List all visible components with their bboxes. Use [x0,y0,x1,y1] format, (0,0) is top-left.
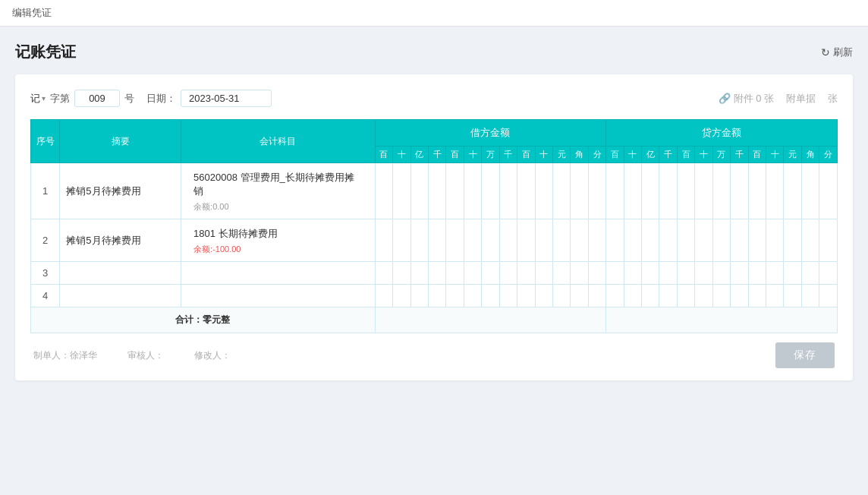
row-credit-1-9[interactable] [766,219,784,262]
row-credit-0-3[interactable] [659,163,677,219]
row-debit-1-2[interactable] [410,219,428,262]
row-credit-1-11[interactable] [801,219,819,262]
row-debit-0-10[interactable] [552,163,570,219]
row-debit-2-7[interactable] [499,262,517,285]
row-credit-1-10[interactable] [784,219,801,262]
row-credit-0-0[interactable] [606,163,624,219]
row-credit-0-9[interactable] [766,163,784,219]
row-debit-2-2[interactable] [410,262,428,285]
row-credit-1-5[interactable] [695,219,712,262]
row-debit-2-9[interactable] [535,262,552,285]
row-debit-1-8[interactable] [517,219,535,262]
row-debit-2-10[interactable] [552,262,570,285]
row-credit-1-3[interactable] [659,219,677,262]
row-debit-0-5[interactable] [464,163,481,219]
row-credit-3-12[interactable] [819,285,838,307]
row-debit-1-3[interactable] [429,219,446,262]
attachment-link[interactable]: 🔗 附件 0 张 [719,92,774,106]
row-debit-0-3[interactable] [429,163,446,219]
row-credit-2-4[interactable] [677,262,694,285]
row-credit-0-1[interactable] [624,163,641,219]
row-debit-1-9[interactable] [535,219,552,262]
row-credit-3-10[interactable] [784,285,801,307]
row-debit-3-12[interactable] [588,285,605,307]
row-credit-2-6[interactable] [712,262,730,285]
row-credit-3-6[interactable] [712,285,730,307]
row-debit-3-3[interactable] [429,285,446,307]
row-account-1[interactable]: 1801 长期待摊费用余额:-100.00 [181,219,376,262]
row-debit-3-1[interactable] [393,285,410,307]
row-debit-3-10[interactable] [552,285,570,307]
row-debit-3-4[interactable] [446,285,464,307]
row-debit-3-9[interactable] [535,285,552,307]
refresh-button[interactable]: ↻ 刷新 [821,46,853,59]
row-credit-2-12[interactable] [819,262,838,285]
row-credit-3-3[interactable] [659,285,677,307]
row-debit-0-8[interactable] [517,163,535,219]
row-debit-2-0[interactable] [375,262,392,285]
row-debit-1-4[interactable] [446,219,464,262]
row-debit-1-5[interactable] [464,219,481,262]
row-credit-0-10[interactable] [784,163,801,219]
row-credit-2-8[interactable] [748,262,766,285]
row-credit-2-10[interactable] [784,262,801,285]
row-credit-3-9[interactable] [766,285,784,307]
row-debit-2-5[interactable] [464,262,481,285]
row-credit-3-7[interactable] [731,285,748,307]
row-debit-3-7[interactable] [499,285,517,307]
row-summary-2[interactable] [60,262,181,285]
row-debit-2-11[interactable] [571,262,588,285]
row-debit-0-12[interactable] [588,163,605,219]
row-debit-1-0[interactable] [375,219,392,262]
save-button[interactable]: 保存 [775,342,835,368]
row-credit-1-8[interactable] [748,219,766,262]
row-credit-1-12[interactable] [819,219,838,262]
row-debit-0-9[interactable] [535,163,552,219]
row-debit-0-2[interactable] [410,163,428,219]
row-credit-3-8[interactable] [748,285,766,307]
row-credit-0-12[interactable] [819,163,838,219]
row-debit-0-6[interactable] [482,163,499,219]
row-summary-1[interactable]: 摊销5月待摊费用 [60,219,181,262]
row-credit-2-0[interactable] [606,262,624,285]
row-credit-3-2[interactable] [642,285,659,307]
row-debit-1-11[interactable] [571,219,588,262]
row-debit-0-11[interactable] [571,163,588,219]
row-debit-0-0[interactable] [375,163,392,219]
row-debit-3-11[interactable] [571,285,588,307]
row-account-3[interactable] [181,285,376,307]
row-credit-3-11[interactable] [801,285,819,307]
row-account-2[interactable] [181,262,376,285]
row-credit-1-1[interactable] [624,219,641,262]
row-debit-0-4[interactable] [446,163,464,219]
row-debit-3-8[interactable] [517,285,535,307]
row-debit-2-6[interactable] [482,262,499,285]
row-credit-0-11[interactable] [801,163,819,219]
row-credit-2-7[interactable] [731,262,748,285]
row-credit-2-3[interactable] [659,262,677,285]
row-credit-0-7[interactable] [731,163,748,219]
row-debit-0-1[interactable] [393,163,410,219]
row-credit-3-5[interactable] [695,285,712,307]
row-credit-0-4[interactable] [677,163,694,219]
row-summary-0[interactable]: 摊销5月待摊费用 [60,163,181,219]
row-credit-3-4[interactable] [677,285,694,307]
row-debit-2-12[interactable] [588,262,605,285]
row-credit-0-6[interactable] [712,163,730,219]
zi-number-input[interactable] [74,90,120,107]
row-credit-1-2[interactable] [642,219,659,262]
row-credit-2-2[interactable] [642,262,659,285]
date-input[interactable] [181,90,272,107]
row-credit-2-1[interactable] [624,262,641,285]
row-debit-2-3[interactable] [429,262,446,285]
row-credit-1-6[interactable] [712,219,730,262]
row-credit-1-4[interactable] [677,219,694,262]
row-debit-1-7[interactable] [499,219,517,262]
row-debit-1-1[interactable] [393,219,410,262]
row-credit-1-0[interactable] [606,219,624,262]
row-credit-0-5[interactable] [695,163,712,219]
row-account-0[interactable]: 56020008 管理费用_长期待摊费用摊销余额:0.00 [181,163,376,219]
row-credit-3-1[interactable] [624,285,641,307]
row-credit-2-5[interactable] [695,262,712,285]
attachment-sheet[interactable]: 附单据 [786,92,816,106]
